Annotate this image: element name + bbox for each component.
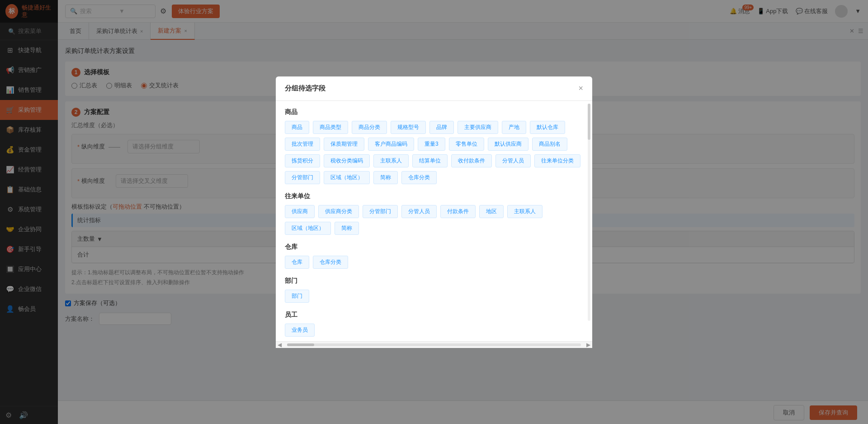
- field-partner-contact[interactable]: 主联系人: [507, 205, 542, 218]
- field-default-warehouse[interactable]: 默认仓库: [530, 121, 565, 134]
- field-goods-category[interactable]: 商品分类: [352, 121, 387, 134]
- field-payment-terms[interactable]: 收付款条件: [451, 154, 492, 167]
- modal-horizontal-scrollbar[interactable]: ◀ ▶: [276, 341, 592, 348]
- scroll-right-icon[interactable]: ▶: [585, 342, 592, 348]
- field-main-supplier[interactable]: 主要供应商: [458, 121, 498, 134]
- section-partner: 往来单位 供应商 供应商分类 分管部门 分管人员 付款条件 地区 主联系人 区域…: [285, 192, 583, 235]
- modal-overlay: 分组待选字段 × 商品 商品 商品类型 商品分类 规格型号 品牌 主要供应商 产…: [0, 0, 868, 424]
- modal-vertical-scrollbar[interactable]: [588, 104, 590, 321]
- section-partner-title: 往来单位: [285, 192, 583, 200]
- field-partner-category[interactable]: 往来单位分类: [534, 154, 580, 167]
- field-brand[interactable]: 品牌: [429, 121, 454, 134]
- field-partner-abbr[interactable]: 简称: [335, 222, 359, 235]
- field-settlement-unit[interactable]: 结算单位: [412, 154, 448, 167]
- field-weight[interactable]: 重量3: [418, 138, 445, 151]
- field-partner-manager[interactable]: 分管人员: [401, 205, 437, 218]
- field-payment-cond[interactable]: 付款条件: [440, 205, 476, 218]
- field-expiry-mgmt[interactable]: 保质期管理: [324, 138, 364, 151]
- field-retail-unit[interactable]: 零售单位: [449, 138, 484, 151]
- field-salesperson[interactable]: 业务员: [285, 324, 315, 337]
- field-spec-type[interactable]: 规格型号: [391, 121, 426, 134]
- field-abbr[interactable]: 简称: [373, 171, 398, 184]
- partner-fields: 供应商 供应商分类 分管部门 分管人员 付款条件 地区 主联系人 区域（地区） …: [285, 205, 583, 235]
- section-employee-title: 员工: [285, 311, 583, 319]
- section-employee: 员工 业务员: [285, 311, 583, 337]
- section-department: 部门 部门: [285, 277, 583, 303]
- field-warehouse-category[interactable]: 仓库分类: [401, 171, 437, 184]
- field-main-contact[interactable]: 主联系人: [373, 154, 409, 167]
- field-origin[interactable]: 产地: [502, 121, 526, 134]
- section-department-title: 部门: [285, 277, 583, 285]
- section-warehouse: 仓库 仓库 仓库分类: [285, 243, 583, 269]
- modal-close-button[interactable]: ×: [578, 84, 583, 93]
- field-batch-mgmt[interactable]: 批次管理: [285, 138, 320, 151]
- dept-fields: 部门: [285, 290, 583, 303]
- field-customer-code[interactable]: 客户商品编码: [368, 138, 414, 151]
- section-goods-title: 商品: [285, 108, 583, 116]
- scroll-thumb-v[interactable]: [588, 104, 590, 140]
- section-warehouse-title: 仓库: [285, 243, 583, 251]
- modal-header: 分组待选字段 ×: [276, 76, 592, 101]
- field-goods-alias[interactable]: 商品别名: [532, 138, 567, 151]
- field-goods-type[interactable]: 商品类型: [313, 121, 348, 134]
- field-warehouse[interactable]: 仓库: [285, 256, 309, 269]
- section-goods: 商品 商品 商品类型 商品分类 规格型号 品牌 主要供应商 产地 默认仓库 批次…: [285, 108, 583, 184]
- field-supplier[interactable]: 供应商: [285, 205, 315, 218]
- field-goods[interactable]: 商品: [285, 121, 309, 134]
- modal-title: 分组待选字段: [285, 84, 326, 93]
- field-partner-dept[interactable]: 分管部门: [363, 205, 398, 218]
- goods-fields: 商品 商品类型 商品分类 规格型号 品牌 主要供应商 产地 默认仓库 批次管理 …: [285, 121, 583, 184]
- field-manager[interactable]: 分管人员: [495, 154, 531, 167]
- field-selector-modal: 分组待选字段 × 商品 商品 商品类型 商品分类 规格型号 品牌 主要供应商 产…: [276, 76, 592, 348]
- field-region[interactable]: 区域（地区）: [324, 171, 370, 184]
- modal-body: 商品 商品 商品类型 商品分类 规格型号 品牌 主要供应商 产地 默认仓库 批次…: [276, 101, 592, 341]
- scroll-thumb-h[interactable]: [287, 343, 314, 346]
- field-default-supplier[interactable]: 默认供应商: [488, 138, 528, 151]
- employee-fields: 业务员: [285, 324, 583, 337]
- field-tax-code[interactable]: 税收分类编码: [324, 154, 370, 167]
- scroll-track-h: [287, 343, 581, 346]
- field-wh-category[interactable]: 仓库分类: [313, 256, 348, 269]
- field-dept[interactable]: 分管部门: [285, 171, 320, 184]
- scroll-left-icon[interactable]: ◀: [276, 342, 283, 348]
- field-partner-region[interactable]: 区域（地区）: [285, 222, 331, 235]
- field-pick-score[interactable]: 拣货积分: [285, 154, 320, 167]
- field-supplier-category[interactable]: 供应商分类: [318, 205, 359, 218]
- warehouse-fields: 仓库 仓库分类: [285, 256, 583, 269]
- field-area[interactable]: 地区: [479, 205, 504, 218]
- field-department[interactable]: 部门: [285, 290, 309, 303]
